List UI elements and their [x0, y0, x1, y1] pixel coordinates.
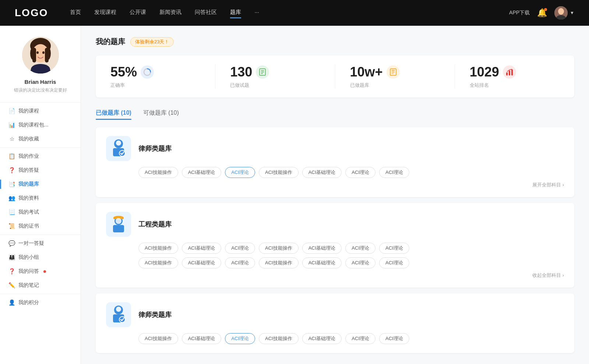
stat-label-banks: 已做题库: [350, 82, 369, 89]
page-title-row: 我的题库 体验剩余23天！: [96, 37, 574, 47]
tag-1-1[interactable]: ACI技能操作: [138, 167, 178, 178]
homework-icon: 📋: [9, 153, 15, 159]
page-wrap: Brian Harris 错误的决定比没有决定要好 📄 我的课程 📊 我的课程包…: [0, 26, 589, 364]
sidebar-motto: 错误的决定比没有决定要好: [8, 87, 73, 93]
bank-tags-engineering-row1: ACI技能操作 ACI基础理论 ACI理论 ACI技能操作 ACI基础理论 AC…: [106, 243, 564, 254]
sidebar-menu: 📄 我的课程 📊 我的课程包... ☆ 我的收藏 📋 我的作业 ❓ 我的答疑 �: [0, 101, 81, 310]
chart-icon: 📊: [9, 122, 15, 128]
bank-icon-engineering: [106, 212, 131, 237]
etag-2-7[interactable]: ACI理论: [379, 257, 409, 268]
tag-1-2[interactable]: ACI基础理论: [182, 167, 222, 178]
bank-expand-1[interactable]: 展开全部科目 ›: [106, 182, 564, 188]
sidebar-label-notes: 我的笔记: [18, 282, 39, 289]
etag-2-1[interactable]: ACI技能操作: [138, 257, 178, 268]
bank-tags-lawyer-1: ACI技能操作 ACI基础理论 ACI理论 ACI技能操作 ACI基础理论 AC…: [106, 167, 564, 178]
user-avatar-button[interactable]: ▼: [554, 6, 574, 19]
sidebar-label-certificate: 我的证书: [18, 223, 39, 229]
etag-2-3[interactable]: ACI理论: [225, 257, 255, 268]
bank-card-header-3: 律师类题库: [106, 302, 564, 327]
svg-rect-24: [506, 72, 508, 75]
nav-courses[interactable]: 发现课程: [94, 7, 116, 18]
etag-2-6[interactable]: ACI理论: [345, 257, 375, 268]
svg-point-1: [558, 8, 564, 15]
etag-1-2[interactable]: ACI基础理论: [182, 243, 222, 254]
bank-tags-engineering-row2: ACI技能操作 ACI基础理论 ACI理论 ACI技能操作 ACI基础理论 AC…: [106, 257, 564, 268]
tag-3-4[interactable]: ACI技能操作: [259, 333, 299, 344]
divider-2: [0, 147, 81, 148]
nav-qa[interactable]: 问答社区: [195, 7, 217, 18]
etag-1-7[interactable]: ACI理论: [379, 243, 409, 254]
star-icon: ☆: [9, 136, 15, 142]
sidebar-avatar: [22, 37, 59, 74]
nav-open-course[interactable]: 公开课: [130, 7, 146, 18]
sidebar-item-points[interactable]: 👤 我的积分: [0, 296, 81, 310]
bank-title-engineering: 工程类题库: [138, 220, 172, 229]
trial-badge: 体验剩余23天！: [130, 37, 174, 47]
tag-3-7[interactable]: ACI理论: [379, 333, 409, 344]
stat-done-questions: 130 已做试题: [215, 64, 335, 89]
bank-card-lawyer-2: 律师类题库 ACI技能操作 ACI基础理论 ACI理论 ACI技能操作 ACI基…: [96, 293, 574, 353]
sidebar-item-one-on-one[interactable]: 💬 一对一答疑: [0, 236, 81, 250]
etag-2-4[interactable]: ACI技能操作: [259, 257, 299, 268]
cert-icon: 📜: [9, 223, 15, 229]
sidebar-item-course-package[interactable]: 📊 我的课程包...: [0, 118, 81, 132]
bank-card-header-2: 工程类题库: [106, 212, 564, 237]
sidebar-item-notes[interactable]: ✏️ 我的笔记: [0, 278, 81, 292]
sidebar-item-certificate[interactable]: 📜 我的证书: [0, 219, 81, 233]
etag-2-5[interactable]: ACI基础理论: [302, 257, 342, 268]
sidebar-item-group[interactable]: 👨‍👩‍👧 我的小组: [0, 250, 81, 264]
sidebar-item-exam[interactable]: 📃 我的考试: [0, 205, 81, 219]
sidebar-item-qa[interactable]: ❓ 我的答疑: [0, 163, 81, 177]
sidebar-item-bank[interactable]: 📑 我的题库: [0, 177, 81, 191]
nav-more[interactable]: ···: [254, 7, 259, 18]
etag-1-3[interactable]: ACI理论: [225, 243, 255, 254]
notes-icon: ✏️: [9, 282, 15, 288]
svg-rect-19: [390, 69, 396, 75]
exam-icon: 📃: [9, 209, 15, 215]
main-content: 我的题库 体验剩余23天！ 55% 正确率 13: [81, 26, 589, 364]
nav-bank[interactable]: 题库: [230, 7, 241, 18]
points-icon: 👤: [9, 300, 15, 306]
myqa-icon: ❓: [9, 268, 15, 274]
notification-bell[interactable]: 🔔: [537, 8, 547, 18]
stat-value-ranking: 1029: [470, 64, 499, 80]
tag-1-5[interactable]: ACI基础理论: [302, 167, 342, 178]
bank-icon-lawyer-1: [106, 136, 131, 161]
bank-title-lawyer-1: 律师类题库: [138, 144, 172, 153]
sidebar-item-my-courses[interactable]: 📄 我的课程: [0, 104, 81, 118]
tag-1-4[interactable]: ACI技能操作: [259, 167, 299, 178]
svg-rect-10: [45, 48, 49, 63]
sidebar-item-favorites[interactable]: ☆ 我的收藏: [0, 132, 81, 146]
etag-1-5[interactable]: ACI基础理论: [302, 243, 342, 254]
tag-3-6[interactable]: ACI理论: [345, 333, 375, 344]
tag-3-1[interactable]: ACI技能操作: [138, 333, 178, 344]
tag-1-6[interactable]: ACI理论: [345, 167, 375, 178]
tab-done-banks[interactable]: 已做题库 (10): [96, 106, 131, 120]
tab-available-banks[interactable]: 可做题库 (10): [143, 106, 179, 120]
sidebar-item-homework[interactable]: 📋 我的作业: [0, 149, 81, 163]
stat-label-accuracy: 正确率: [110, 82, 125, 89]
page-title: 我的题库: [96, 37, 125, 47]
svg-point-37: [116, 307, 121, 312]
tag-1-3[interactable]: ACI理论: [225, 167, 255, 178]
sidebar-label-my-qa: 我的问答: [18, 268, 39, 275]
etag-2-2[interactable]: ACI基础理论: [182, 257, 222, 268]
stat-label-ranking: 全站排名: [470, 82, 489, 89]
app-download-button[interactable]: APP下载: [509, 10, 530, 16]
nav-news[interactable]: 新闻资讯: [159, 7, 181, 18]
nav-home[interactable]: 首页: [70, 7, 81, 18]
tag-3-2[interactable]: ACI基础理论: [182, 333, 222, 344]
etag-1-4[interactable]: ACI技能操作: [259, 243, 299, 254]
sidebar-item-materials[interactable]: 👥 我的资料: [0, 191, 81, 205]
logo[interactable]: LOGO: [15, 7, 48, 19]
tag-3-5[interactable]: ACI基础理论: [302, 333, 342, 344]
etag-1-6[interactable]: ACI理论: [345, 243, 375, 254]
tag-1-7[interactable]: ACI理论: [379, 167, 409, 178]
bank-tags-lawyer-2: ACI技能操作 ACI基础理论 ACI理论 ACI技能操作 ACI基础理论 AC…: [106, 333, 564, 344]
bank-collapse-engineering[interactable]: 收起全部科目 ›: [106, 272, 564, 279]
stats-row: 55% 正确率 130: [96, 56, 574, 97]
tag-3-3[interactable]: ACI理论: [225, 333, 255, 344]
etag-1-1[interactable]: ACI技能操作: [138, 243, 178, 254]
sidebar-label-favorites: 我的收藏: [18, 136, 39, 142]
sidebar-item-my-qa[interactable]: ❓ 我的问答: [0, 264, 81, 278]
